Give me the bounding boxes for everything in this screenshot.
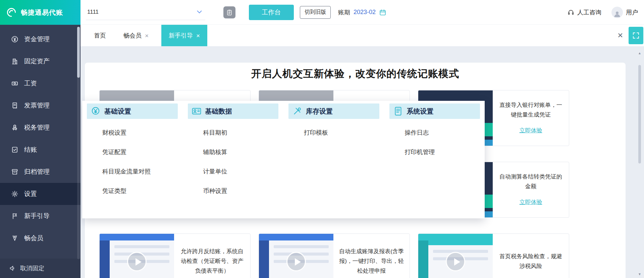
menu-item-finance-tax-settings[interactable]: 财税设置: [102, 123, 178, 142]
tab-label: 畅会员: [123, 31, 142, 40]
card-text: 自动生成账簿及报表(含季报)，一键打印、导出，轻松处理申报: [333, 234, 410, 278]
tab-label: 首页: [94, 31, 106, 40]
card-description: 首页税务风险检查，规避涉税风险: [498, 252, 564, 271]
avatar: [611, 7, 623, 18]
menu-item-list: 科目期初 辅助核算 计量单位 币种设置: [188, 119, 279, 201]
menu-section-title: 系统设置: [407, 107, 434, 116]
menu-column-basic-data: 基础数据 科目期初 辅助核算 计量单位 币种设置: [188, 103, 279, 201]
tab-member[interactable]: 畅会员 ×: [119, 25, 153, 46]
tax-stamp-icon: [11, 124, 19, 132]
user-menu[interactable]: 用户: [611, 7, 638, 18]
sidebar-item-fixed-assets[interactable]: 固定资产: [0, 50, 80, 72]
guide-flag-icon: [11, 212, 19, 220]
menu-section-title: 库存设置: [306, 107, 333, 116]
try-now-link[interactable]: 立即体验: [520, 126, 542, 136]
main-scrollbar-thumb[interactable]: [638, 65, 641, 163]
sidebar-item-tax[interactable]: 税务管理: [0, 117, 80, 139]
funds-icon: [11, 35, 19, 43]
menu-item-operation-log[interactable]: 操作日志: [405, 123, 480, 142]
menu-item-measure-unit[interactable]: 计量单位: [203, 162, 279, 181]
settings-menu-panel: 基础设置 财税设置 凭证配置 科目现金流量对照 凭证类型 基础数据: [82, 101, 485, 218]
doc-icon: [393, 106, 404, 117]
main-scrollbar[interactable]: ▲ ▼: [638, 50, 642, 277]
sidebar-item-label: 畅会员: [24, 234, 43, 242]
company-select[interactable]: 1111: [86, 5, 205, 20]
sidebar-item-label: 发票管理: [24, 101, 50, 110]
unpin-icon: [9, 265, 16, 272]
menu-item-auxiliary-accounting[interactable]: 辅助核算: [203, 142, 279, 162]
tab-guide[interactable]: 新手引导 ×: [161, 25, 207, 46]
sidebar-item-funds[interactable]: 资金管理: [0, 28, 80, 50]
sidebar-item-guide[interactable]: 新手引导: [0, 205, 80, 227]
menu-item-print-template[interactable]: 打印模板: [304, 123, 379, 142]
clipboard-button[interactable]: [223, 6, 235, 18]
sidebar-item-member[interactable]: 畅会员: [0, 227, 80, 249]
video-thumbnail[interactable]: [100, 234, 174, 278]
video-thumbnail[interactable]: [259, 234, 333, 278]
menu-column-inventory-settings: 库存设置 打印模板: [288, 103, 379, 201]
period-label: 账期: [338, 8, 350, 16]
sidebar-item-label: 设置: [24, 190, 37, 198]
tab-label: 新手引导: [169, 31, 193, 40]
archive-box-icon: [11, 168, 19, 176]
menu-item-voucher-type[interactable]: 凭证类型: [102, 181, 178, 201]
data-icon: [191, 106, 202, 117]
menu-item-account-opening[interactable]: 科目期初: [203, 123, 279, 142]
menu-item-currency-settings[interactable]: 币种设置: [203, 181, 279, 201]
sidebar-scrollbar[interactable]: [77, 27, 80, 259]
card-text: 允许跨月反结账，系统自动检查（凭证断号、资产负债表平衡）: [174, 234, 250, 278]
sidebar-item-label: 结账: [24, 145, 37, 154]
card-text: 自动测算各结转类凭证的金额 立即体验: [493, 162, 569, 217]
tab-bar: 首页 畅会员 × 新手引导 × ✕: [80, 25, 644, 46]
unpin-sidebar-button[interactable]: 取消固定: [0, 259, 80, 278]
menu-section-header: 基础数据: [188, 103, 279, 119]
try-now-link[interactable]: 立即体验: [520, 198, 542, 207]
sidebar-item-archive[interactable]: 归档管理: [0, 161, 80, 183]
calendar-icon[interactable]: [379, 9, 386, 16]
app-title: 畅捷通易代账: [21, 8, 63, 17]
card-text: 首页税务风险检查，规避涉税风险: [493, 234, 569, 278]
card-description: 自动测算各结转类凭证的金额: [498, 172, 564, 192]
play-button[interactable]: [446, 252, 465, 271]
tab-home[interactable]: 首页: [89, 25, 111, 46]
thumbnail-decoration: [418, 234, 493, 245]
company-select-value: 1111: [87, 9, 99, 15]
logo-swirl-icon: [5, 6, 17, 18]
fullscreen-button[interactable]: [629, 27, 643, 44]
page-title: 开启人机交互新体验，改变你的传统记账模式: [85, 63, 626, 81]
close-all-tabs-icon[interactable]: ✕: [617, 25, 623, 46]
topbar-right-group: 人工咨询 用户: [567, 7, 638, 18]
sidebar-scrollbar-thumb[interactable]: [77, 27, 80, 78]
consult-button[interactable]: 人工咨询: [567, 8, 601, 16]
sidebar-item-closing[interactable]: 结账: [0, 139, 80, 161]
sidebar-nav: 资金管理 固定资产 工资 发票管理 税务管理 结账: [0, 25, 80, 249]
tab-close-icon[interactable]: ×: [145, 32, 149, 39]
video-thumbnail[interactable]: [418, 234, 493, 278]
fixed-assets-icon: [11, 57, 19, 65]
switch-old-version-button[interactable]: 切到旧版: [300, 6, 331, 19]
play-button[interactable]: [286, 252, 306, 271]
sidebar-item-invoices[interactable]: 发票管理: [0, 94, 80, 117]
fullscreen-icon: [632, 31, 640, 40]
play-button[interactable]: [127, 252, 147, 271]
card-reports: 自动生成账簿及报表(含季报)，一键打印、导出，轻松处理申报: [259, 233, 410, 278]
sidebar-item-label: 固定资产: [24, 57, 50, 66]
app-logo: 畅捷通易代账: [0, 0, 80, 25]
sidebar-item-salary[interactable]: 工资: [0, 72, 80, 94]
thumbnail-decoration: [259, 234, 333, 240]
menu-item-voucher-config[interactable]: 凭证配置: [102, 142, 178, 162]
scroll-up-icon[interactable]: ▲: [638, 51, 642, 56]
clipboard-icon: [226, 9, 233, 16]
sidebar-item-label: 工资: [24, 79, 37, 88]
workbench-button[interactable]: 工作台: [249, 5, 294, 20]
sidebar-item-settings[interactable]: 设置: [0, 183, 80, 205]
scroll-down-icon[interactable]: ▼: [638, 272, 642, 277]
menu-item-cashflow-mapping[interactable]: 科目现金流量对照: [102, 162, 178, 181]
menu-item-printer-management[interactable]: 打印机管理: [405, 142, 480, 162]
tab-close-icon[interactable]: ×: [196, 32, 200, 39]
main-area: 1111 工作台 切到旧版 账期 2023-02 人工咨询 用户: [80, 0, 644, 278]
menu-section-header: 基础设置: [87, 103, 178, 119]
period-value[interactable]: 2023-02: [354, 9, 376, 16]
menu-section-header: 库存设置: [288, 103, 379, 119]
menu-item-list: 财税设置 凭证配置 科目现金流量对照 凭证类型: [87, 119, 178, 201]
